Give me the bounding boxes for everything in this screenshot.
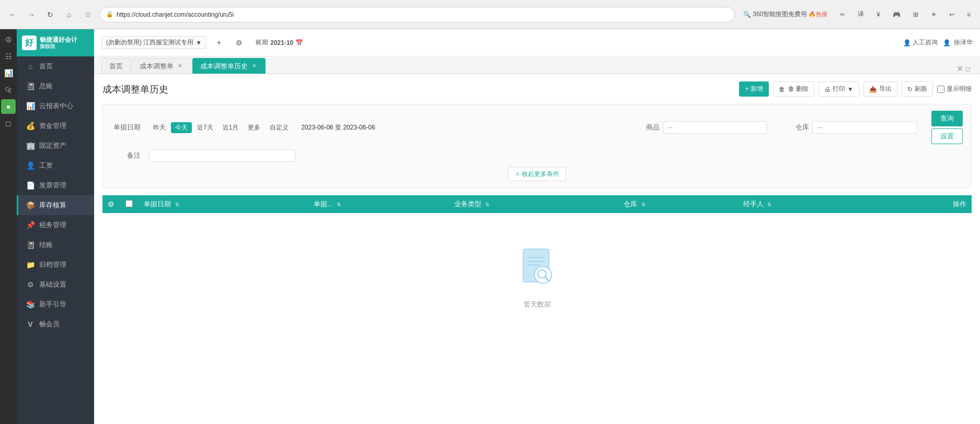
sidebar-item-guide[interactable]: 📚 新手引导 xyxy=(17,295,94,314)
top-bar: (勿删勿禁用) 江西服宝测试专用 ▼ + ⚙ 账期 2021-10 📅 👤 人工… xyxy=(94,29,980,56)
filter-row-remark: 备注 xyxy=(111,149,963,162)
icon-rail-active[interactable]: ● xyxy=(1,99,16,114)
icon-rail-home[interactable]: ☮ xyxy=(1,32,16,47)
query-button[interactable]: 查询 xyxy=(931,111,963,126)
warehouse-filter-select[interactable]: ··· xyxy=(812,121,917,134)
settings-nav-icon: ⚙ xyxy=(26,280,35,289)
icon-rail-chart[interactable]: 📊 xyxy=(1,66,16,80)
select-all-checkbox[interactable] xyxy=(125,200,133,207)
export-btn[interactable]: 📤 导出 xyxy=(863,81,897,97)
sidebar-item-tax[interactable]: 📌 税务管理 xyxy=(17,215,94,235)
shortcut-7days[interactable]: 近7天 xyxy=(193,122,217,133)
collapse-button[interactable]: ∧ 收起更多条件 xyxy=(508,167,566,181)
sidebar-item-salary[interactable]: 👤 工资 xyxy=(17,156,94,175)
print-dropdown-icon: ▼ xyxy=(847,86,854,93)
empty-state: 暂无数据 xyxy=(102,213,972,340)
sidebar-item-vip[interactable]: V 畅会员 xyxy=(17,314,94,334)
goods-filter-select[interactable]: ··· xyxy=(663,121,767,134)
icon-rail-menu[interactable]: ☷ xyxy=(1,49,16,64)
sidebar-item-settings[interactable]: ⚙ 基础设置 xyxy=(17,275,94,295)
remark-filter-label: 备注 xyxy=(111,151,141,160)
star-button[interactable]: ☆ xyxy=(80,7,95,22)
col-biz-type[interactable]: 业务类型 ⇅ xyxy=(449,195,619,213)
sidebar-item-home[interactable]: ⌂ 首页 xyxy=(17,56,94,76)
delete-btn[interactable]: 🗑 🗑 删除 xyxy=(773,81,814,97)
shortcut-1month[interactable]: 近1月 xyxy=(218,122,243,133)
tab-cost-adjust-close[interactable]: ✕ xyxy=(177,63,183,69)
shortcut-today[interactable]: 今天 xyxy=(171,122,192,133)
sidebar-item-ledger[interactable]: 📓 总账 xyxy=(17,76,94,96)
sidebar-item-invoice[interactable]: 📄 发票管理 xyxy=(17,175,94,195)
refresh-btn[interactable]: ↻ 刷新 xyxy=(902,81,933,97)
settings-button[interactable]: 设置 xyxy=(931,128,963,144)
add-tab-button[interactable]: + xyxy=(212,36,226,50)
shortcut-yesterday[interactable]: 昨天 xyxy=(149,122,170,133)
page-content: 成本调整单历史 + 新增 🗑 🗑 删除 🖨 打印 ▼ 📤 导出 xyxy=(94,74,980,424)
col-warehouse[interactable]: 仓库 ⇅ xyxy=(618,195,737,213)
display-setting: 显示明细 xyxy=(937,85,972,93)
calendar-icon[interactable]: 📅 xyxy=(295,39,303,46)
empty-state-row: 暂无数据 xyxy=(102,213,972,340)
sort-arrows-wh: ⇅ xyxy=(641,202,645,207)
empty-text: 暂无数据 xyxy=(524,300,551,309)
back-button[interactable]: ← xyxy=(5,7,20,22)
sidebar-item-closing[interactable]: 📓 结账 xyxy=(17,235,94,255)
theme-tool[interactable]: ☀ xyxy=(927,8,941,21)
user-avatar-icon: 👤 xyxy=(943,39,951,46)
new-btn[interactable]: + 新增 xyxy=(739,81,768,97)
table-gear-btn[interactable]: ⚙ xyxy=(108,200,114,208)
user-menu[interactable]: 👤 徐泽华 xyxy=(943,38,973,47)
print-btn[interactable]: 🖨 打印 ▼ xyxy=(818,81,859,97)
tab-home[interactable]: 首页 xyxy=(101,58,131,74)
scissors-tool[interactable]: ✂ xyxy=(836,8,849,21)
home-button[interactable]: ⌂ xyxy=(62,7,76,22)
sidebar-item-inventory[interactable]: 📦 库存核算 xyxy=(17,195,94,215)
warehouse-dots[interactable]: ··· xyxy=(817,124,822,131)
icon-rail-money[interactable]: ₠ xyxy=(1,83,16,97)
search-btn[interactable]: 🔍 360智能抠图免费用 🔥热搜 xyxy=(739,8,832,21)
sidebar-item-funds[interactable]: 💰 资金管理 xyxy=(17,116,94,136)
date-range-text: 2023-06-06 至 2023-06-06 xyxy=(301,123,375,132)
col-doc-num[interactable]: 单据... ⇅ xyxy=(308,195,449,213)
tab-cost-history-close[interactable]: ✕ xyxy=(251,63,258,69)
inventory-nav-icon: 📦 xyxy=(26,201,35,209)
company-selector[interactable]: (勿删勿禁用) 江西服宝测试专用 ▼ xyxy=(101,36,206,49)
tab-cost-history[interactable]: 成本调整单历史 ✕ xyxy=(192,58,266,74)
col-action: 操作 xyxy=(882,195,972,213)
goods-dots[interactable]: ··· xyxy=(667,124,673,131)
shortcut-custom[interactable]: 自定义 xyxy=(266,122,293,133)
translate-tool[interactable]: 译 xyxy=(854,8,868,21)
tab-cost-adjust-label: 成本调整单 xyxy=(140,62,174,71)
sidebar-label-settings: 基础设置 xyxy=(39,280,66,289)
topbar-settings-icon[interactable]: ⚙ xyxy=(232,36,246,50)
search-icon: 🔍 xyxy=(743,11,751,18)
filter-row-date: 单据日期 昨天 今天 近7天 近1月 更多 自定义 2023-06-06 至 2… xyxy=(111,111,963,144)
shortcut-more[interactable]: 更多 xyxy=(244,122,264,133)
sort-arrows-handler: ⇅ xyxy=(767,202,771,207)
help-btn[interactable]: 👤 人工咨询 xyxy=(903,38,938,47)
game-tool[interactable]: 🎮 xyxy=(889,8,905,21)
wallet-tool[interactable]: ¥ xyxy=(872,8,884,21)
address-bar[interactable]: 🔒 https://cloud.chanjet.com/accounting/u… xyxy=(99,7,735,22)
tab-cost-adjust[interactable]: 成本调整单 ✕ xyxy=(132,58,191,74)
ledger-nav-icon: 📓 xyxy=(26,82,35,90)
tabs-expand-btn[interactable]: ◻ xyxy=(965,65,971,73)
forward-button[interactable]: → xyxy=(24,7,39,22)
menu-tool[interactable]: ≡ xyxy=(963,8,975,21)
col-handler[interactable]: 经手人 ⇅ xyxy=(738,195,883,213)
sidebar-item-archive[interactable]: 📁 归档管理 xyxy=(17,255,94,275)
date-filter-label: 单据日期 xyxy=(111,123,141,132)
sidebar-item-assets[interactable]: 🏢 固定资产 xyxy=(17,136,94,156)
icon-rail-box[interactable]: ◻ xyxy=(1,116,16,131)
logo-text: 畅捷通好会计 旗舰版 xyxy=(40,36,77,50)
col-date[interactable]: 单据日期 ⇅ xyxy=(139,195,308,213)
undo-tool[interactable]: ↩ xyxy=(945,8,959,21)
display-detail-checkbox[interactable] xyxy=(937,86,944,93)
close-all-tabs-btn[interactable]: ✕ xyxy=(956,64,963,74)
grid-tool[interactable]: ⊞ xyxy=(909,8,923,21)
sidebar-item-reports[interactable]: 📊 云报表中心 xyxy=(17,96,94,116)
col-doc-num-label: 单据... xyxy=(314,200,333,208)
remark-filter-input[interactable] xyxy=(149,149,295,162)
refresh-button[interactable]: ↻ xyxy=(43,7,57,22)
period-label: 账期 xyxy=(256,38,268,47)
